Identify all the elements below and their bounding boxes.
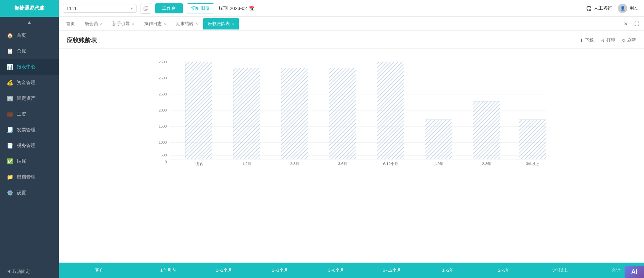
- close-tab-button[interactable]: ✕: [621, 19, 631, 28]
- svg-text:2000: 2000: [159, 108, 167, 112]
- tab-close-period-end[interactable]: ×: [196, 21, 198, 26]
- tab-close-aging[interactable]: ×: [232, 21, 234, 26]
- page-actions: ⬇ 下载 🖨 打印 ↻ 刷新: [580, 37, 636, 43]
- sidebar-label-tax: 税务管理: [17, 143, 36, 149]
- tabs-actions: ✕ ⛶: [621, 19, 641, 28]
- switch-version-button[interactable]: 切到旧版: [187, 3, 214, 13]
- sidebar-label-checkout: 结账: [17, 158, 26, 164]
- sidebar-item-home[interactable]: 🏠首页: [0, 27, 59, 43]
- sidebar-item-settings[interactable]: ⚙️设置: [0, 185, 59, 201]
- ai-badge[interactable]: Ai: [625, 266, 644, 278]
- th-cell-5: 6~12个月: [364, 267, 420, 273]
- assets-icon: 🏢: [7, 95, 13, 101]
- tab-oplog[interactable]: 操作日志×: [140, 18, 171, 29]
- th-cell-2: 1~2个月: [196, 267, 252, 273]
- svg-text:6-12个月: 6-12个月: [383, 162, 398, 166]
- refresh-button[interactable]: ↻ 刷新: [622, 37, 636, 43]
- consult-button[interactable]: 🎧 人工咨询: [586, 5, 612, 11]
- tab-close-member[interactable]: ×: [100, 21, 102, 26]
- sidebar-label-settings: 设置: [17, 190, 26, 196]
- calendar-icon[interactable]: 📅: [249, 6, 255, 11]
- sidebar-label-assets: 固定资产: [17, 95, 36, 101]
- tab-aging[interactable]: 应收账龄表×: [203, 18, 239, 29]
- svg-text:1500: 1500: [159, 124, 167, 128]
- user-area[interactable]: 👤 用友: [618, 4, 639, 13]
- svg-text:1-2月: 1-2月: [242, 162, 251, 166]
- header-right: 🎧 人工咨询 👤 用友: [586, 4, 639, 13]
- sidebar-label-funds: 资金管理: [17, 80, 36, 86]
- consult-label: 人工咨询: [594, 5, 612, 11]
- bar-7: [473, 101, 500, 159]
- svg-text:2500: 2500: [159, 76, 167, 80]
- period-label: 账期: [218, 5, 228, 11]
- print-label: 打印: [606, 37, 615, 43]
- th-cell-6: 1~2年: [420, 267, 476, 273]
- tab-home[interactable]: 首页: [61, 18, 79, 29]
- sidebar-item-assets[interactable]: 🏢固定资产: [0, 90, 59, 106]
- chart-area: 2500 2500 2500 2000 1500 1000 500 0: [59, 49, 644, 263]
- sidebar-label-archive: 归档管理: [17, 174, 36, 180]
- ledger-icon: 📋: [7, 48, 13, 54]
- main-layout: ▲ 🏠首页📋总账📊报表中心💰资金管理🏢固定资产💼工资🧾发票管理📑税务管理✅结账📁…: [0, 17, 644, 278]
- sidebar-item-checkout[interactable]: ✅结账: [0, 153, 59, 169]
- sidebar-item-reports[interactable]: 📊报表中心: [0, 59, 59, 75]
- tax-icon: 📑: [7, 142, 13, 149]
- svg-text:3-6月: 3-6月: [338, 162, 347, 166]
- th-cell-8: 3年以上: [532, 267, 588, 273]
- download-button[interactable]: ⬇ 下载: [580, 37, 594, 43]
- cancel-pin-button[interactable]: ◀ 取消固定: [0, 265, 59, 278]
- bar-3: [281, 68, 308, 159]
- bar-chart: 2500 2500 2500 2000 1500 1000 500 0: [67, 55, 636, 169]
- sidebar-label-home: 首页: [17, 32, 26, 39]
- tab-label-period-end: 期末结转: [176, 21, 194, 27]
- refresh-icon: ↻: [622, 38, 626, 43]
- tab-member[interactable]: 畅会员×: [80, 18, 107, 29]
- svg-text:1000: 1000: [159, 140, 167, 144]
- logo-text: 畅捷通易代账: [14, 5, 45, 11]
- bar-4: [329, 68, 356, 159]
- sidebar-label-salary: 工资: [17, 111, 26, 117]
- invoice-icon: 🧾: [7, 127, 13, 133]
- tab-close-guide[interactable]: ×: [132, 21, 134, 26]
- company-selector[interactable]: 1111 ▾: [63, 4, 137, 13]
- svg-text:2500: 2500: [159, 92, 167, 96]
- sidebar-label-reports: 报表中心: [17, 64, 36, 70]
- top-header: 畅捷通易代账 1111 ▾ 工作台 切到旧版 账期 2023-02 📅 🎧 人工…: [0, 0, 644, 17]
- tab-guide[interactable]: 新手引导×: [108, 18, 139, 29]
- period-area: 账期 2023-02 📅: [218, 5, 255, 11]
- maximize-tab-button[interactable]: ⛶: [632, 19, 641, 28]
- svg-text:1月内: 1月内: [194, 162, 203, 166]
- th-cell-3: 2~3个月: [252, 267, 308, 273]
- workbench-button[interactable]: 工作台: [155, 3, 183, 13]
- svg-text:500: 500: [161, 153, 167, 157]
- tab-period-end[interactable]: 期末结转×: [171, 18, 203, 29]
- sidebar-label-invoice: 发票管理: [17, 127, 36, 133]
- tab-label-member: 畅会员: [85, 21, 98, 27]
- download-label: 下载: [585, 37, 594, 43]
- download-icon: ⬇: [580, 38, 583, 43]
- th-cell-1: 1个月内: [140, 267, 196, 273]
- print-button[interactable]: 🖨 打印: [600, 37, 615, 43]
- settings-icon: ⚙️: [7, 190, 13, 196]
- scroll-up-button[interactable]: ▲: [0, 17, 59, 27]
- sidebar-item-archive[interactable]: 📁归档管理: [0, 169, 59, 185]
- sidebar-items: 🏠首页📋总账📊报表中心💰资金管理🏢固定资产💼工资🧾发票管理📑税务管理✅结账📁归档…: [0, 27, 59, 201]
- th-cell-7: 2~3年: [476, 267, 532, 273]
- sidebar-item-funds[interactable]: 💰资金管理: [0, 75, 59, 90]
- funds-icon: 💰: [7, 79, 13, 86]
- page-content: 应收账龄表 ⬇ 下载 🖨 打印 ↻ 刷新: [59, 31, 644, 278]
- bar-5: [377, 62, 404, 159]
- sidebar-item-salary[interactable]: 💼工资: [0, 106, 59, 122]
- sidebar-item-invoice[interactable]: 🧾发票管理: [0, 122, 59, 138]
- copy-button[interactable]: [141, 3, 151, 14]
- sidebar-item-ledger[interactable]: 📋总账: [0, 43, 59, 59]
- th-cell-4: 3~6个月: [308, 267, 364, 273]
- tab-close-oplog[interactable]: ×: [164, 21, 166, 26]
- sidebar: ▲ 🏠首页📋总账📊报表中心💰资金管理🏢固定资产💼工资🧾发票管理📑税务管理✅结账📁…: [0, 17, 59, 278]
- sidebar-label-ledger: 总账: [17, 48, 26, 54]
- bar-1: [185, 62, 212, 159]
- company-name: 1111: [66, 6, 128, 11]
- bar-6: [425, 120, 452, 159]
- sidebar-item-tax[interactable]: 📑税务管理: [0, 138, 59, 153]
- home-icon: 🏠: [7, 32, 13, 39]
